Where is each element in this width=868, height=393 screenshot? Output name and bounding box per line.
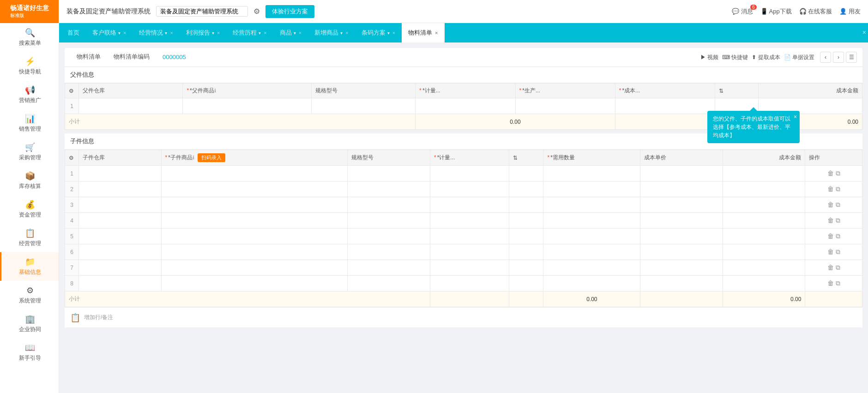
next-btn[interactable]: › <box>833 52 844 63</box>
tab-bom[interactable]: 物料清单 × <box>402 23 444 42</box>
child-warehouse-cell[interactable] <box>79 244 162 260</box>
child-spec-cell[interactable] <box>348 181 430 197</box>
child-qty-cell[interactable] <box>543 276 640 291</box>
parent-production-cell[interactable] <box>515 98 615 114</box>
tab-history[interactable]: 经营历程 ▾ × <box>226 23 273 42</box>
child-goods-cell[interactable] <box>161 276 348 291</box>
shortcut-btn[interactable]: ⌨ 快捷键 <box>722 54 748 61</box>
close-icon[interactable]: × <box>217 30 220 36</box>
close-icon[interactable]: × <box>435 30 438 36</box>
scan-btn[interactable]: 扫码录入 <box>198 153 225 162</box>
close-icon[interactable]: × <box>264 30 266 36</box>
tab-customers[interactable]: 客户联络 ▾ × <box>86 23 133 42</box>
close-all-icon[interactable]: × <box>862 29 866 36</box>
child-qty-cell[interactable] <box>543 181 640 197</box>
child-goods-cell[interactable] <box>161 260 348 276</box>
sidebar-item-finance[interactable]: 💰 资金管理 <box>0 195 59 224</box>
child-qty-cell[interactable] <box>543 166 640 181</box>
child-unit-cell[interactable] <box>430 213 509 229</box>
settings-btn[interactable]: 📄 单据设置 <box>784 54 814 61</box>
close-icon[interactable]: × <box>170 30 173 36</box>
child-cost-price-cell[interactable] <box>640 181 723 197</box>
messages-btn[interactable]: 💬 6 消息 <box>732 7 753 16</box>
th-settings[interactable]: ⚙ <box>65 84 79 98</box>
child-warehouse-cell[interactable] <box>79 276 162 291</box>
delete-icon[interactable]: 🗑 <box>827 264 834 272</box>
sidebar-item-inventory[interactable]: 📦 库存核算 <box>0 166 59 195</box>
child-spec-cell[interactable] <box>348 166 430 181</box>
copy-icon[interactable]: ⧉ <box>836 185 840 193</box>
child-warehouse-cell[interactable] <box>79 260 162 276</box>
child-goods-cell[interactable] <box>161 166 348 181</box>
child-spec-cell[interactable] <box>348 229 430 244</box>
child-cost-price-cell[interactable] <box>640 260 723 276</box>
delete-icon[interactable]: 🗑 <box>827 201 834 209</box>
user-menu[interactable]: 👤 用友 <box>839 7 861 16</box>
child-warehouse-cell[interactable] <box>79 213 162 229</box>
child-warehouse-cell[interactable] <box>79 166 162 181</box>
parent-cost-cell[interactable] <box>615 98 715 114</box>
tab-goods[interactable]: 商品 ▾ × <box>273 23 308 42</box>
delete-icon[interactable]: 🗑 <box>827 248 834 256</box>
sidebar-item-quicknav[interactable]: ⚡ 快捷导航 <box>0 52 59 80</box>
settings-icon[interactable]: ⚙ <box>253 7 260 16</box>
child-qty-cell[interactable] <box>543 229 640 244</box>
add-row-icon[interactable]: 📋 <box>70 313 80 323</box>
sidebar-item-marketing[interactable]: 📢 营销推广 <box>0 80 59 109</box>
child-goods-cell[interactable] <box>161 229 348 244</box>
close-icon[interactable]: × <box>392 30 395 36</box>
online-service-btn[interactable]: 🎧 在线客服 <box>799 7 832 16</box>
sidebar-item-system[interactable]: ⚙ 系统管理 <box>0 281 59 309</box>
content-tab-bom-code[interactable]: 物料清单编码 <box>107 48 156 67</box>
close-icon[interactable]: × <box>123 30 126 36</box>
child-goods-cell[interactable] <box>161 244 348 260</box>
sidebar-item-guide[interactable]: 📖 新手引导 <box>0 338 59 367</box>
list-view-btn[interactable]: ☰ <box>846 52 857 63</box>
copy-icon[interactable]: ⧉ <box>836 201 840 209</box>
child-goods-cell[interactable] <box>161 197 348 213</box>
delete-icon[interactable]: 🗑 <box>827 279 834 287</box>
tab-operations[interactable]: 经营情况 ▾ × <box>133 23 179 42</box>
tab-barcode[interactable]: 条码方案 ▾ × <box>355 23 402 42</box>
child-goods-cell[interactable] <box>161 181 348 197</box>
add-row-label[interactable]: 增加行/备注 <box>84 314 113 321</box>
parent-spec-cell[interactable] <box>311 98 415 114</box>
child-unit-cell[interactable] <box>430 181 509 197</box>
video-btn[interactable]: ▶ 视频 <box>700 54 718 61</box>
child-spec-cell[interactable] <box>348 276 430 291</box>
sidebar-item-purchase[interactable]: 🛒 采购管理 <box>0 138 59 166</box>
app-download-btn[interactable]: 📱 App下载 <box>760 7 792 16</box>
copy-icon[interactable]: ⧉ <box>836 232 840 240</box>
system-selector[interactable]: 装备及固定资产辅助管理系统 <box>156 6 248 17</box>
child-qty-cell[interactable] <box>543 244 640 260</box>
th-child-settings[interactable]: ⚙ <box>65 150 79 166</box>
tab-new-goods[interactable]: 新增商品 ▾ × <box>308 23 355 42</box>
child-unit-cell[interactable] <box>430 244 509 260</box>
child-unit-cell[interactable] <box>430 260 509 276</box>
child-warehouse-cell[interactable] <box>79 181 162 197</box>
child-spec-cell[interactable] <box>348 213 430 229</box>
experience-btn[interactable]: 体验行业方案 <box>265 5 314 18</box>
child-qty-cell[interactable] <box>543 260 640 276</box>
sidebar-item-enterprise[interactable]: 🏢 企业协同 <box>0 309 59 338</box>
child-warehouse-cell[interactable] <box>79 197 162 213</box>
delete-icon[interactable]: 🗑 <box>827 232 834 240</box>
child-cost-price-cell[interactable] <box>640 197 723 213</box>
copy-icon[interactable]: ⧉ <box>836 217 840 224</box>
close-icon[interactable]: × <box>299 30 301 36</box>
prev-btn[interactable]: ‹ <box>820 52 831 63</box>
parent-warehouse-cell[interactable] <box>79 98 183 114</box>
delete-icon[interactable]: 🗑 <box>827 185 834 193</box>
child-spec-cell[interactable] <box>348 260 430 276</box>
sidebar-item-basic[interactable]: 📁 基础信息 <box>0 252 59 281</box>
parent-unit-cell[interactable] <box>416 98 515 114</box>
child-cost-price-cell[interactable] <box>640 213 723 229</box>
content-tab-bom-list[interactable]: 物料清单 <box>70 48 107 67</box>
copy-icon[interactable]: ⧉ <box>836 264 840 272</box>
sidebar-item-operations[interactable]: 📋 经营管理 <box>0 224 59 252</box>
close-icon[interactable]: × <box>345 30 348 36</box>
child-qty-cell[interactable] <box>543 197 640 213</box>
delete-icon[interactable]: 🗑 <box>827 217 834 224</box>
sidebar-item-sales[interactable]: 📊 销售管理 <box>0 109 59 138</box>
delete-icon[interactable]: 🗑 <box>827 169 834 177</box>
